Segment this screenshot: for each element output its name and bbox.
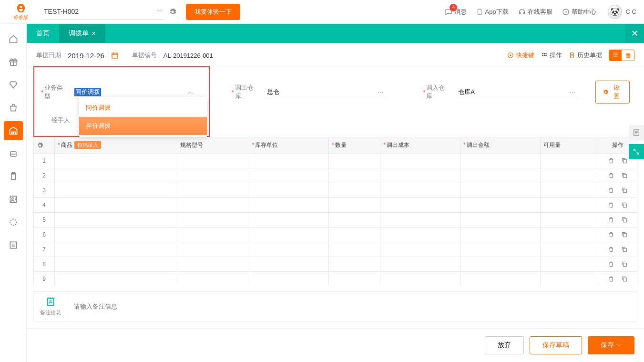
- content: 单据日期 2019-12-26 单据编号 AL-20191226-001 快捷键: [27, 43, 644, 362]
- col-product: *商品扫码录入: [55, 137, 177, 154]
- copy-icon[interactable]: [621, 246, 628, 253]
- float-expand-icon[interactable]: [629, 144, 644, 159]
- svg-rect-9: [623, 160, 626, 163]
- sidebar-new-icon[interactable]: 新: [4, 236, 23, 255]
- table-settings-icon[interactable]: [34, 137, 55, 154]
- col-unit: *库存单位: [249, 137, 329, 154]
- col-out-amt: *调出金额: [460, 137, 541, 154]
- svg-rect-6: [112, 53, 118, 58]
- help-link[interactable]: ? 帮助中心: [562, 8, 596, 16]
- table-row[interactable]: 9: [34, 272, 637, 285]
- try-button[interactable]: 我要体验一下: [186, 4, 240, 20]
- delete-icon[interactable]: [608, 172, 614, 179]
- svg-text:?: ?: [564, 10, 567, 14]
- svg-rect-10: [623, 175, 626, 178]
- user-menu[interactable]: 🐼 C C: [608, 5, 636, 19]
- store-selector[interactable]: TEST-H002 ﹀: [44, 4, 163, 20]
- view-toggle: ☰ ▦: [609, 50, 634, 61]
- sidebar-money-icon[interactable]: [4, 144, 23, 163]
- discard-button[interactable]: 放弃: [485, 336, 524, 354]
- avatar-icon: 🐼: [608, 5, 622, 19]
- table-row[interactable]: 6: [34, 228, 637, 242]
- col-spec: 规格型号: [177, 137, 249, 154]
- tab-home[interactable]: 首页: [27, 24, 59, 43]
- calendar-icon[interactable]: [111, 52, 119, 59]
- delete-icon[interactable]: [608, 157, 614, 164]
- out-wh-label: 调出仓库: [235, 83, 259, 101]
- in-wh-label: 调入仓库: [426, 83, 450, 101]
- sidebar-home-icon[interactable]: [4, 30, 23, 49]
- in-wh-input[interactable]: [456, 85, 578, 99]
- sidebar-cycle-icon[interactable]: [4, 213, 23, 232]
- more-icon[interactable]: ⋯: [378, 89, 385, 96]
- app-download-link[interactable]: App下载: [476, 8, 508, 16]
- table-row[interactable]: 2: [34, 168, 637, 183]
- logo: 标准版: [8, 3, 34, 21]
- handler-label: 经手人: [51, 116, 70, 124]
- settings-button[interactable]: 设置: [595, 81, 630, 103]
- float-note-icon[interactable]: [629, 125, 644, 140]
- delete-icon[interactable]: [608, 231, 614, 238]
- doc-no-value: AL-20191226-001: [164, 52, 213, 59]
- store-settings-icon[interactable]: [169, 8, 176, 16]
- close-all-tabs[interactable]: ✕: [625, 24, 644, 43]
- copy-icon[interactable]: [621, 231, 628, 238]
- view-grid-icon[interactable]: ▦: [622, 50, 634, 61]
- view-list-icon[interactable]: ☰: [609, 50, 622, 61]
- delete-icon[interactable]: [608, 276, 614, 282]
- table-row[interactable]: 4: [34, 198, 637, 213]
- svg-rect-11: [623, 189, 626, 193]
- delete-icon[interactable]: [608, 202, 614, 208]
- delete-icon[interactable]: [608, 217, 614, 223]
- copy-icon[interactable]: [621, 172, 628, 179]
- operations-link[interactable]: 操作: [541, 51, 562, 60]
- sidebar-warehouse-icon[interactable]: [4, 121, 23, 140]
- biz-type-label: 业务类型: [44, 83, 69, 101]
- sidebar-contact-icon[interactable]: [4, 190, 23, 209]
- doc-header: 单据日期 2019-12-26 单据编号 AL-20191226-001 快捷键: [27, 43, 644, 68]
- keyboard-icon: [507, 52, 514, 59]
- chevron-down-icon: ﹀: [157, 7, 163, 16]
- history-link[interactable]: 历史单据: [569, 51, 602, 60]
- out-warehouse-field: * 调出仓库 ⋯: [232, 81, 385, 103]
- table-row[interactable]: 7: [34, 242, 637, 257]
- table-row[interactable]: 5: [34, 213, 637, 228]
- dropdown-option-same-price[interactable]: 同价调拨: [79, 99, 207, 117]
- out-wh-input[interactable]: [265, 85, 387, 99]
- sidebar-clipboard-icon[interactable]: [4, 167, 23, 186]
- copy-icon[interactable]: [621, 157, 628, 164]
- copy-icon[interactable]: [621, 202, 628, 208]
- gear-icon: [603, 89, 609, 95]
- biz-type-dropdown: 同价调拨 异价调拨: [79, 97, 207, 137]
- customer-service-link[interactable]: 在线客服: [518, 8, 552, 16]
- more-icon[interactable]: ⋯: [569, 89, 576, 96]
- date-value[interactable]: 2019-12-26: [68, 52, 104, 60]
- table-row[interactable]: 1: [34, 154, 637, 168]
- svg-rect-16: [623, 263, 626, 267]
- sidebar-diamond-icon[interactable]: [4, 75, 23, 94]
- copy-icon[interactable]: [621, 217, 628, 223]
- dropdown-option-diff-price[interactable]: 异价调拨: [79, 117, 207, 135]
- copy-icon[interactable]: [621, 261, 628, 268]
- remark-input[interactable]: [67, 292, 637, 321]
- close-icon[interactable]: ✕: [92, 31, 96, 37]
- messages-link[interactable]: 4 消息: [445, 8, 467, 16]
- shortcut-link[interactable]: 快捷键: [507, 51, 534, 60]
- sidebar-gift-icon[interactable]: [4, 52, 23, 72]
- delete-icon[interactable]: [608, 246, 614, 253]
- scan-input-tag[interactable]: 扫码录入: [74, 141, 101, 149]
- remark-icon-col: 备注信息: [34, 292, 67, 321]
- delete-icon[interactable]: [608, 261, 614, 268]
- copy-icon[interactable]: [621, 276, 628, 282]
- table-row[interactable]: 3: [34, 183, 637, 198]
- delete-icon[interactable]: [608, 187, 614, 194]
- table-row[interactable]: 8: [34, 257, 637, 272]
- tab-transfer[interactable]: 调拨单 ✕: [59, 24, 105, 43]
- copy-icon[interactable]: [621, 187, 628, 194]
- document-icon: [569, 52, 575, 59]
- sidebar-bag-icon[interactable]: [4, 98, 23, 117]
- footer-actions: 放弃 保存草稿 保存﹀: [27, 328, 644, 362]
- save-draft-button[interactable]: 保存草稿: [530, 336, 582, 354]
- svg-rect-14: [623, 234, 626, 237]
- save-button[interactable]: 保存﹀: [588, 336, 634, 354]
